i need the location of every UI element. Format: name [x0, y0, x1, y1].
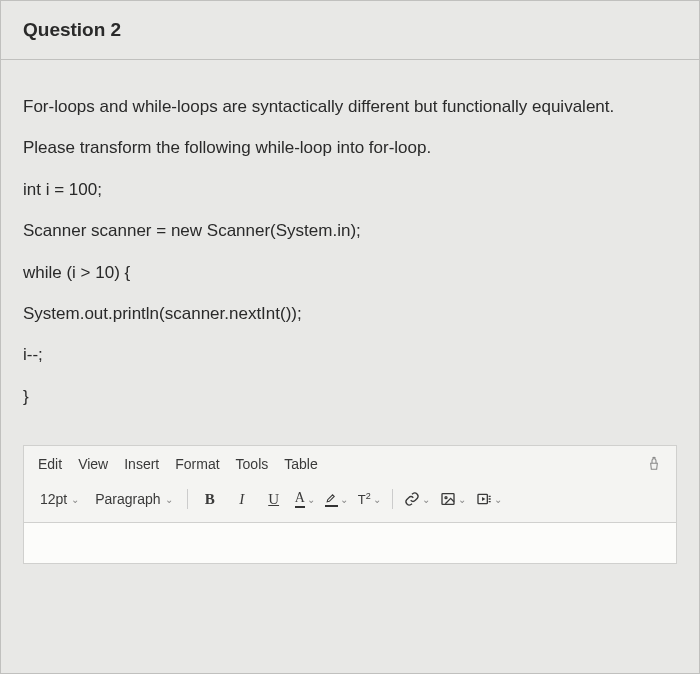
code-line-6: }: [23, 378, 677, 415]
menu-table[interactable]: Table: [284, 456, 317, 472]
superscript-icon: T2: [358, 491, 371, 507]
menu-format[interactable]: Format: [175, 456, 219, 472]
chevron-down-icon: ⌄: [458, 494, 466, 505]
toolbar-separator: [187, 489, 188, 509]
question-header: Question 2: [1, 1, 699, 60]
text-color-icon: A: [295, 491, 305, 508]
superscript-button[interactable]: T2 ⌄: [355, 489, 384, 509]
marker-icon: [325, 491, 338, 507]
code-line-1: int i = 100;: [23, 171, 677, 208]
code-line-3: while (i > 10) {: [23, 254, 677, 291]
bold-button[interactable]: B: [196, 486, 224, 512]
italic-button[interactable]: I: [228, 486, 256, 512]
rich-text-editor: Edit View Insert Format Tools Table 12pt…: [23, 445, 677, 564]
underline-button[interactable]: U: [260, 486, 288, 512]
menu-insert[interactable]: Insert: [124, 456, 159, 472]
editor-toolbar: 12pt ⌄ Paragraph ⌄ B I U A ⌄ ⌄: [24, 480, 676, 523]
media-button[interactable]: ⌄: [473, 489, 505, 509]
chevron-down-icon: ⌄: [71, 494, 79, 505]
svg-point-1: [445, 497, 447, 499]
menu-tools[interactable]: Tools: [236, 456, 269, 472]
prompt-line-2: Please transform the following while-loo…: [23, 129, 677, 166]
chevron-down-icon: ⌄: [422, 494, 430, 505]
font-size-dropdown[interactable]: 12pt ⌄: [34, 487, 85, 511]
prompt-line-1: For-loops and while-loops are syntactica…: [23, 88, 677, 125]
paragraph-label: Paragraph: [95, 491, 160, 507]
question-title: Question 2: [23, 19, 677, 41]
link-icon: [404, 491, 420, 507]
chevron-down-icon: ⌄: [307, 494, 315, 505]
font-size-label: 12pt: [40, 491, 67, 507]
menu-view[interactable]: View: [78, 456, 108, 472]
editor-content-area[interactable]: [24, 523, 676, 563]
editor-menu-bar: Edit View Insert Format Tools Table: [24, 446, 676, 480]
paragraph-style-dropdown[interactable]: Paragraph ⌄: [89, 487, 178, 511]
chevron-down-icon: ⌄: [373, 494, 381, 505]
chevron-down-icon: ⌄: [165, 494, 173, 505]
media-icon: [476, 491, 492, 507]
code-line-4: System.out.println(scanner.nextInt());: [23, 295, 677, 332]
code-line-5: i--;: [23, 336, 677, 373]
question-body: For-loops and while-loops are syntactica…: [1, 60, 699, 437]
toolbar-separator: [392, 489, 393, 509]
accessibility-icon[interactable]: [646, 456, 662, 472]
chevron-down-icon: ⌄: [494, 494, 502, 505]
image-icon: [440, 491, 456, 507]
highlight-color-button[interactable]: ⌄: [322, 489, 351, 509]
link-button[interactable]: ⌄: [401, 489, 433, 509]
chevron-down-icon: ⌄: [340, 494, 348, 505]
question-container: Question 2 For-loops and while-loops are…: [0, 0, 700, 674]
code-line-2: Scanner scanner = new Scanner(System.in)…: [23, 212, 677, 249]
image-button[interactable]: ⌄: [437, 489, 469, 509]
text-color-button[interactable]: A ⌄: [292, 489, 318, 510]
menu-edit[interactable]: Edit: [38, 456, 62, 472]
